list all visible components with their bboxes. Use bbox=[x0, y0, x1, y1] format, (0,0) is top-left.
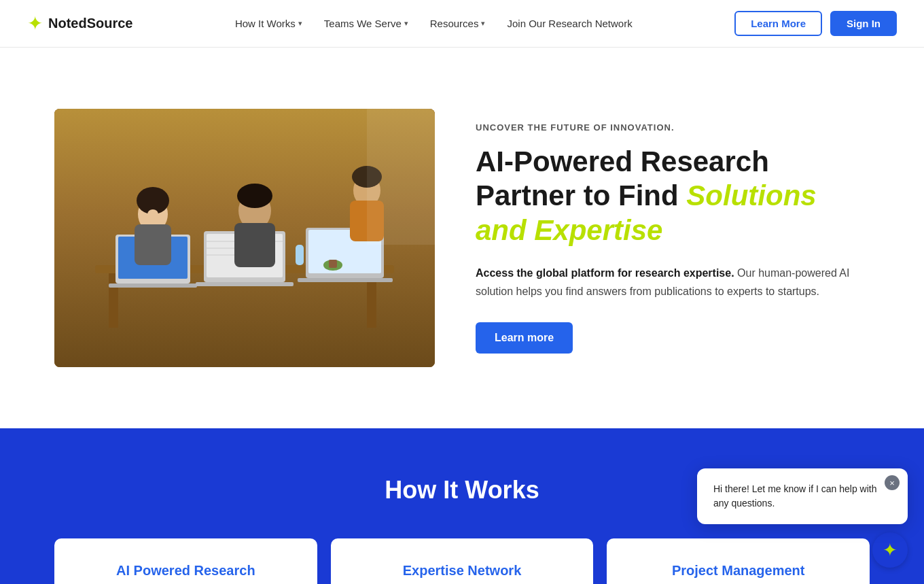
chevron-down-icon: ▾ bbox=[298, 19, 302, 28]
chat-message: Hi there! Let me know if I can help with… bbox=[713, 482, 891, 511]
svg-rect-13 bbox=[196, 282, 294, 286]
hero-section: UNCOVER THE FUTURE OF INNOVATION. AI-Pow… bbox=[0, 48, 924, 428]
nav-item-join-research[interactable]: Join Our Research Network bbox=[497, 12, 641, 35]
hero-title: AI-Powered Research Partner to Find Solu… bbox=[476, 145, 870, 247]
logo-star-icon: ✦ bbox=[27, 12, 43, 35]
hero-description: Access the global platform for research … bbox=[476, 264, 870, 300]
svg-point-20 bbox=[147, 209, 158, 219]
logo-text: NotedSource bbox=[48, 16, 132, 31]
svg-rect-23 bbox=[234, 223, 275, 267]
nav-item-how-it-works[interactable]: How It Works ▾ bbox=[226, 12, 312, 35]
logo-link[interactable]: ✦ NotedSource bbox=[27, 12, 132, 35]
how-card-title-expertise: Expertise Network bbox=[350, 563, 575, 579]
hero-cta-button[interactable]: Learn more bbox=[476, 322, 573, 354]
hero-scene-svg bbox=[54, 109, 435, 367]
sign-in-button[interactable]: Sign In bbox=[830, 11, 897, 36]
nav-label-join-research: Join Our Research Network bbox=[507, 18, 632, 29]
hero-image-placeholder bbox=[54, 109, 435, 367]
how-card-title-ai: AI Powered Research bbox=[73, 563, 298, 579]
chat-widget: × Hi there! Let me know if I can help wi… bbox=[697, 468, 908, 568]
chat-avatar-row: ✦ bbox=[697, 532, 908, 568]
chat-avatar: ✦ bbox=[872, 532, 908, 568]
hero-image bbox=[54, 109, 435, 367]
chat-close-button[interactable]: × bbox=[885, 475, 900, 490]
nav-item-teams-we-serve[interactable]: Teams We Serve ▾ bbox=[315, 12, 418, 35]
nav-item-resources[interactable]: Resources ▾ bbox=[421, 12, 495, 35]
svg-rect-27 bbox=[296, 245, 304, 265]
how-card-ai-research: AI Powered Research Ask any research que… bbox=[54, 538, 317, 584]
chat-avatar-star-icon: ✦ bbox=[883, 540, 898, 561]
navbar: ✦ NotedSource How It Works ▾ Teams We Se… bbox=[0, 0, 924, 48]
svg-rect-30 bbox=[367, 109, 435, 245]
svg-rect-16 bbox=[298, 278, 393, 282]
learn-more-button[interactable]: Learn More bbox=[734, 11, 822, 36]
chevron-down-icon: ▾ bbox=[481, 19, 485, 28]
svg-rect-19 bbox=[135, 224, 171, 265]
nav-links: How It Works ▾ Teams We Serve ▾ Resource… bbox=[226, 12, 642, 35]
hero-eyebrow: UNCOVER THE FUTURE OF INNOVATION. bbox=[476, 122, 870, 133]
nav-label-teams-we-serve: Teams We Serve bbox=[324, 18, 402, 29]
svg-rect-7 bbox=[109, 284, 197, 288]
chat-bubble: × Hi there! Let me know if I can help wi… bbox=[697, 468, 908, 524]
how-card-expertise: Expertise Network Browse network of 50,0… bbox=[331, 538, 594, 584]
svg-rect-29 bbox=[329, 260, 337, 268]
nav-actions: Learn More Sign In bbox=[734, 11, 897, 36]
hero-description-bold: Access the global platform for research … bbox=[476, 267, 734, 279]
nav-label-resources: Resources bbox=[430, 18, 479, 29]
hero-content: UNCOVER THE FUTURE OF INNOVATION. AI-Pow… bbox=[476, 122, 870, 354]
chevron-down-icon: ▾ bbox=[404, 19, 408, 28]
svg-point-22 bbox=[237, 184, 272, 208]
nav-label-how-it-works: How It Works bbox=[235, 18, 296, 29]
